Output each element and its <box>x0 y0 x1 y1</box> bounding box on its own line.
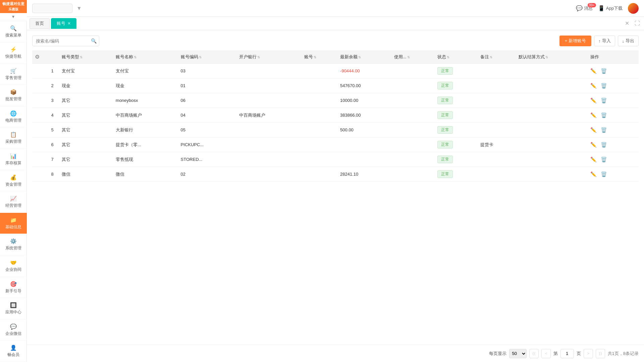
message-button[interactable]: 💬 消息 99+ <box>576 5 593 11</box>
sidebar-item-purchase[interactable]: 📋 采购管理 <box>0 127 27 149</box>
add-account-button[interactable]: + 新增账号 <box>559 36 591 46</box>
cell-name: 现金 <box>113 78 178 93</box>
col-name[interactable]: 账号名称⇅ <box>113 50 178 64</box>
tab-close-page-icon[interactable]: ✕ <box>624 19 631 28</box>
cell-note <box>478 167 516 182</box>
sidebar-item-quicknav[interactable]: ⚡ 快捷导航 <box>0 42 27 64</box>
sidebar-dropdown[interactable]: ▼ <box>0 13 27 21</box>
edit-icon[interactable]: ✏️ <box>590 157 597 162</box>
edit-icon[interactable]: ✏️ <box>590 127 597 133</box>
tab-expand-icon[interactable]: ⛶ <box>633 19 641 28</box>
tab-close-icon[interactable]: ✕ <box>67 21 71 25</box>
cell-num: 3 <box>46 93 59 108</box>
sort-account-icon[interactable]: ⇅ <box>314 55 316 59</box>
system-icon: ⚙️ <box>10 238 17 244</box>
cell-usage <box>391 167 435 182</box>
sidebar-item-ecommerce[interactable]: 🌐 电商管理 <box>0 106 27 128</box>
col-status[interactable]: 状态⇅ <box>435 50 478 64</box>
top-search-dropdown[interactable]: ▼ <box>76 5 82 11</box>
tab-home[interactable]: 首页 <box>30 18 50 29</box>
search-icon[interactable]: 🔍 <box>91 38 97 44</box>
edit-icon[interactable]: ✏️ <box>590 83 597 88</box>
sort-note-icon[interactable]: ⇅ <box>490 55 492 59</box>
sort-type-icon[interactable]: ⇅ <box>80 55 83 59</box>
table-row: 7 其它 零售抵现 STORED... 正常 ✏️ 🗑️ <box>32 152 639 167</box>
export-button[interactable]: ↓ 导出 <box>618 36 639 46</box>
cell-name: 微信 <box>113 167 178 182</box>
cell-num: 2 <box>46 78 59 93</box>
edit-icon[interactable]: ✏️ <box>590 112 597 118</box>
delete-icon[interactable]: 🗑️ <box>601 142 607 147</box>
delete-icon[interactable]: 🗑️ <box>601 112 607 118</box>
avatar[interactable] <box>628 3 639 14</box>
cell-type: 支付宝 <box>59 64 113 78</box>
per-page-select[interactable]: 50 20 100 <box>509 349 527 358</box>
top-search-input[interactable] <box>32 4 72 13</box>
delete-icon[interactable]: 🗑️ <box>601 127 607 133</box>
delete-icon[interactable]: 🗑️ <box>601 83 607 88</box>
page-input[interactable] <box>560 349 574 358</box>
logo-subtitle: 乐惠版 <box>8 7 18 12</box>
delete-icon[interactable]: 🗑️ <box>601 157 607 162</box>
edit-icon[interactable]: ✏️ <box>590 171 597 177</box>
col-settings-icon[interactable]: ⚙ <box>35 54 40 60</box>
last-page-button[interactable]: ⟩⟩ <box>596 349 605 358</box>
sidebar-item-search[interactable]: 🔍 搜索菜单 <box>0 21 27 43</box>
sidebar-item-retail[interactable]: 🛒 零售管理 <box>0 64 27 85</box>
table-header-row: ⚙ 账号类型⇅ 账号名称⇅ 账号编码⇅ 开户银行⇅ 账号⇅ 最新余额⇅ 使用..… <box>32 50 639 64</box>
edit-icon[interactable]: ✏️ <box>590 68 597 74</box>
prev-page-button[interactable]: ＜ <box>541 349 551 358</box>
next-page-button[interactable]: ＞ <box>584 349 593 358</box>
cell-bank <box>236 137 302 152</box>
col-account[interactable]: 账号⇅ <box>302 50 337 64</box>
col-default-settlement[interactable]: 默认结算方式⇅ <box>516 50 588 64</box>
col-note[interactable]: 备注⇅ <box>478 50 516 64</box>
sidebar-item-basic[interactable]: 📁 基础信息 <box>0 213 27 234</box>
cell-usage <box>391 78 435 93</box>
col-usage[interactable]: 使用...⇅ <box>391 50 435 64</box>
sidebar-item-system[interactable]: ⚙️ 系统管理 <box>0 234 27 255</box>
sidebar-item-member[interactable]: 👤 畅会员 <box>0 341 27 362</box>
cell-default-settlement <box>516 64 588 78</box>
sort-name-icon[interactable]: ⇅ <box>134 55 137 59</box>
search-wrap: 🔍 <box>32 36 99 46</box>
sidebar-item-basic-label: 基础信息 <box>5 225 21 230</box>
sort-settlement-icon[interactable]: ⇅ <box>545 55 548 59</box>
tab-accounts[interactable]: 账号 ✕ <box>51 18 76 29</box>
sidebar-item-operations[interactable]: 📈 经营管理 <box>0 191 27 213</box>
sort-usage-icon[interactable]: ⇅ <box>407 55 410 59</box>
sidebar-item-weixin[interactable]: 💬 企业微信 <box>0 319 27 341</box>
sort-status-icon[interactable]: ⇅ <box>447 55 449 59</box>
sort-code-icon[interactable]: ⇅ <box>199 55 202 59</box>
col-settings[interactable]: ⚙ <box>32 50 46 64</box>
sidebar-item-appstore[interactable]: 🔲 应用中心 <box>0 298 27 319</box>
edit-icon[interactable]: ✏️ <box>590 142 597 147</box>
cell-code: 05 <box>178 123 236 137</box>
sort-bank-icon[interactable]: ⇅ <box>257 55 260 59</box>
sidebar-item-wholesale[interactable]: 📦 批发管理 <box>0 85 27 106</box>
sort-balance-icon[interactable]: ⇅ <box>358 55 361 59</box>
col-type[interactable]: 账号类型⇅ <box>59 50 113 64</box>
delete-icon[interactable]: 🗑️ <box>601 68 607 74</box>
first-page-button[interactable]: ⟨⟨ <box>529 349 539 358</box>
col-bank[interactable]: 开户银行⇅ <box>236 50 302 64</box>
col-balance[interactable]: 最新余额⇅ <box>337 50 391 64</box>
app-download-button[interactable]: 📱 App下载 <box>598 5 623 11</box>
sidebar-item-inventory[interactable]: 📊 库存核算 <box>0 149 27 170</box>
cell-bank <box>236 64 302 78</box>
download-icon: 📱 <box>598 5 605 11</box>
cell-default-settlement <box>516 93 588 108</box>
sidebar-item-enterprise[interactable]: 🤝 企业协同 <box>0 255 27 277</box>
cell-balance: 10000.00 <box>337 93 391 108</box>
sidebar-item-finance[interactable]: 💰 资金管理 <box>0 170 27 192</box>
delete-icon[interactable]: 🗑️ <box>601 98 607 103</box>
delete-icon[interactable]: 🗑️ <box>601 171 607 177</box>
cell-action: ✏️ 🗑️ <box>588 64 639 78</box>
search-input[interactable] <box>32 36 99 46</box>
col-code[interactable]: 账号编码⇅ <box>178 50 236 64</box>
sidebar-item-guide[interactable]: 🎯 新手引导 <box>0 277 27 298</box>
edit-icon[interactable]: ✏️ <box>590 98 597 103</box>
import-button[interactable]: ↑ 导入 <box>594 36 615 46</box>
cell-account <box>302 152 337 167</box>
cell-balance: 383866.00 <box>337 108 391 123</box>
